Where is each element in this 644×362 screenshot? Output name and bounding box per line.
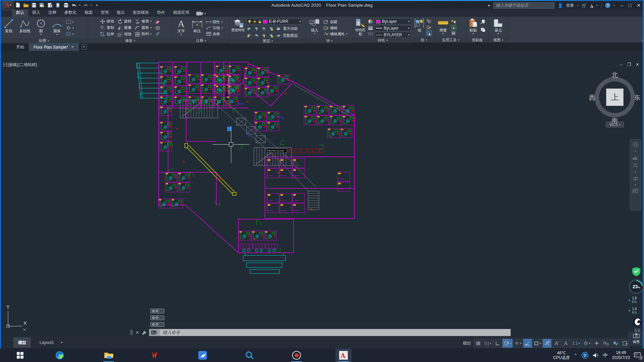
- layout-tab-layout1[interactable]: Layout1: [35, 338, 59, 348]
- group-button[interactable]: 组: [414, 17, 425, 37]
- object-snap-tracking-toggle[interactable]: [523, 339, 532, 348]
- minimize-button[interactable]: –: [621, 3, 623, 8]
- login-dropdown-icon[interactable]: ▾: [577, 4, 579, 7]
- panel-label-modify[interactable]: 修改▾: [88, 38, 172, 43]
- panel-label-annotate[interactable]: 注释▾: [172, 38, 230, 43]
- viewcube-top-face[interactable]: 上: [606, 88, 624, 106]
- ime-indicator[interactable]: 中: [603, 352, 608, 359]
- screenshot-widget[interactable]: 截图: [629, 332, 644, 345]
- assistant-app-widget[interactable]: 元宝: [631, 318, 644, 333]
- wrench-icon[interactable]: [142, 330, 147, 335]
- layout-tab-model[interactable]: 模型: [13, 338, 31, 348]
- chevron-down-icon[interactable]: ▾: [40, 33, 42, 36]
- file-tab-close-icon[interactable]: ✕: [71, 45, 74, 49]
- rotate-button[interactable]: 旋转: [117, 18, 131, 24]
- layer-off-icon[interactable]: [246, 26, 252, 31]
- viewcube-east[interactable]: 东: [634, 94, 640, 102]
- floor-plan-drawing[interactable]: PRINTER ISLAND PRINTER ISLAND: [136, 61, 357, 277]
- autoscale-toggle[interactable]: [552, 339, 561, 348]
- paste-button[interactable]: 粘贴 ▾: [468, 17, 479, 37]
- group-edit-icon[interactable]: [426, 25, 432, 30]
- notification-center[interactable]: 3: [634, 352, 641, 359]
- help-dropdown-icon[interactable]: ▾: [613, 4, 615, 7]
- trim-button[interactable]: 修剪▾: [135, 18, 152, 24]
- close-button[interactable]: ✕: [637, 3, 641, 8]
- text-button[interactable]: A 文字 ▾: [174, 17, 189, 38]
- quick-select-icon[interactable]: [451, 19, 456, 24]
- panel-label-draw[interactable]: 绘图▾: [0, 38, 88, 43]
- wcs-dropdown[interactable]: WCS▾: [606, 122, 624, 127]
- login-button[interactable]: 登录: [566, 3, 574, 8]
- panel-label-properties[interactable]: 特性▾⇘: [353, 38, 413, 43]
- array-button[interactable]: 阵列▾: [135, 31, 152, 37]
- insert-block-button[interactable]: 插入 ▾: [307, 17, 322, 38]
- layer-lock-icon[interactable]: [268, 26, 274, 31]
- linear-dim-button[interactable]: 线性▾: [206, 19, 223, 25]
- copy-clip-icon[interactable]: [480, 27, 486, 32]
- offset-button[interactable]: [155, 31, 160, 37]
- file-tab-document[interactable]: Floor Plan Sample* ✕: [29, 43, 79, 51]
- scale-value-dropdown[interactable]: 1:1▾: [571, 339, 581, 348]
- app-store-cart-icon[interactable]: 🛒: [582, 3, 587, 8]
- edit-block-button[interactable]: 编辑: [323, 25, 347, 31]
- antivirus-tray-icon[interactable]: [582, 352, 588, 359]
- chevron-down-icon[interactable]: ▾: [180, 33, 182, 36]
- object-snap-toggle[interactable]: ▾: [533, 339, 542, 348]
- chevron-down-icon[interactable]: ▾: [497, 33, 499, 35]
- panel-label-view[interactable]: 视图▾: [489, 37, 508, 43]
- file-tab-start[interactable]: 开始: [11, 43, 29, 51]
- command-line[interactable]: ▾ 键入命令: [149, 329, 511, 336]
- layout-tab-add[interactable]: +: [58, 338, 65, 348]
- move-button[interactable]: 移动: [100, 18, 114, 24]
- scale-button[interactable]: 缩放: [117, 31, 131, 37]
- stretch-button[interactable]: 拉伸: [100, 31, 114, 37]
- dimension-button[interactable]: 标注: [190, 17, 205, 38]
- chevron-down-icon[interactable]: ▾: [314, 33, 315, 35]
- chevron-down-icon[interactable]: ▾: [520, 342, 521, 345]
- base-point-button[interactable]: 基点 ▾: [492, 17, 505, 37]
- measure-button[interactable]: 测量 ▾: [437, 17, 449, 37]
- volume-icon[interactable]: [592, 352, 599, 358]
- mirror-button[interactable]: 镜像: [117, 25, 131, 31]
- explode-button[interactable]: [155, 25, 160, 31]
- erase-button[interactable]: [155, 19, 160, 25]
- chevron-down-icon[interactable]: ▾: [510, 342, 511, 345]
- chevron-down-icon[interactable]: ▾: [442, 33, 444, 35]
- maximize-button[interactable]: □: [629, 3, 631, 8]
- navigation-wheel-icon[interactable]: [633, 141, 639, 147]
- match-layer-button[interactable]: 匹配图层: [283, 33, 298, 38]
- centerline-tool-button[interactable]: ▾: [66, 25, 74, 31]
- command-prompt-icon[interactable]: ▾: [149, 329, 160, 336]
- tray-expand-icon[interactable]: ⌃: [574, 353, 578, 358]
- linetype-dropdown[interactable]: BYLAYER▾: [374, 32, 411, 38]
- annotation-visibility-toggle[interactable]: [543, 339, 551, 348]
- copy-button[interactable]: 复制: [100, 25, 114, 31]
- chevron-down-icon[interactable]: ▾: [490, 342, 491, 345]
- lineweight-icon[interactable]: [368, 25, 373, 31]
- annotation-scale-icon[interactable]: [561, 339, 570, 348]
- viewcube-north[interactable]: 北: [611, 71, 618, 79]
- tab-insert[interactable]: 插入: [28, 9, 44, 17]
- graphics-performance-button[interactable]: [611, 339, 620, 348]
- layer-thaw-icon[interactable]: [254, 33, 259, 38]
- taskbar-recorder[interactable]: [288, 349, 305, 362]
- start-button[interactable]: [12, 349, 28, 362]
- help-button[interactable]: ?: [605, 3, 610, 8]
- viewcube[interactable]: 北 南 西 东 上 WCS▾: [592, 72, 637, 129]
- taskbar-autocad[interactable]: A: [335, 349, 352, 362]
- chevron-down-icon[interactable]: ▾: [473, 33, 474, 35]
- view-control[interactable]: [俯视]: [8, 62, 18, 68]
- chevron-down-icon[interactable]: ▾: [635, 150, 636, 153]
- new-drawing-tab-button[interactable]: +: [82, 44, 87, 50]
- create-block-button[interactable]: 创建: [323, 19, 347, 25]
- set-current-button[interactable]: 置为当前: [283, 26, 298, 31]
- isodraft-toggle[interactable]: ▾: [513, 339, 523, 348]
- autodesk-app-icon[interactable]: ◮: [590, 3, 593, 8]
- tab-output[interactable]: 输出: [113, 9, 129, 17]
- pan-hand-icon[interactable]: [633, 155, 639, 160]
- command-input[interactable]: 键入命令: [160, 329, 511, 336]
- isolate-objects-button[interactable]: [602, 339, 610, 348]
- circle-button[interactable]: 圆 ▾: [34, 17, 48, 38]
- panel-label-clipboard[interactable]: 剪贴板: [466, 37, 488, 43]
- panel-label-block[interactable]: 块▾: [306, 38, 353, 43]
